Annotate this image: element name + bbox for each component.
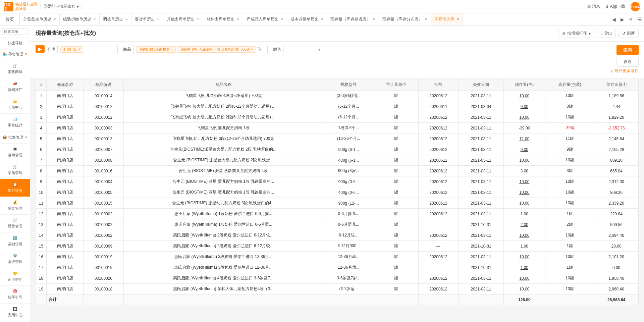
cell-qty[interactable]: 1.00 bbox=[503, 209, 545, 219]
marketing-icon: 📣 bbox=[13, 82, 17, 86]
tab-close-icon[interactable]: ✕ bbox=[237, 17, 239, 21]
tab-close-icon[interactable]: ✕ bbox=[425, 17, 427, 21]
cell-qty[interactable]: 11.00 bbox=[503, 133, 545, 144]
warehouse-tag-close[interactable]: ✕ bbox=[78, 48, 81, 51]
cell-qty[interactable]: 9.00 bbox=[503, 144, 545, 155]
sidebar-item-inventory[interactable]: 📋 库存核算 bbox=[0, 179, 30, 197]
workspace-select[interactable]: 母婴行业演示账套 ▾ bbox=[40, 3, 82, 10]
export-icon: ↓ bbox=[601, 31, 603, 36]
cell-qty[interactable]: 3.00 bbox=[503, 166, 545, 176]
product-tag-1-close[interactable]: ✕ bbox=[171, 48, 173, 51]
cell-qty[interactable]: 10.00 bbox=[503, 112, 545, 123]
sidebar-item-system[interactable]: ⚙️ 系统管理 bbox=[0, 250, 30, 268]
tab-menu-btn[interactable]: ☰ bbox=[636, 17, 644, 22]
tab-close-all-btn[interactable]: ✕ bbox=[627, 17, 635, 22]
filter-area: ▶ 仓库 南岸门店 ✕ 商品 bbox=[30, 42, 644, 79]
cell-qty[interactable]: 10.00 bbox=[503, 187, 545, 198]
sidebar-item-marketing[interactable]: 📣 营销推广 bbox=[0, 78, 30, 96]
filter-toggle-btn[interactable]: ▶ bbox=[36, 45, 45, 53]
cell-pkg-qty: 10罐 bbox=[545, 198, 594, 209]
tab-close-icon[interactable]: ✕ bbox=[53, 17, 56, 21]
tab-close-icon[interactable]: ✕ bbox=[157, 17, 160, 21]
sidebar-item-finance[interactable]: 💰 资金管理 bbox=[0, 197, 30, 215]
cell-qty[interactable]: 10.00 bbox=[503, 176, 545, 187]
cell-qty[interactable]: -39.00 bbox=[503, 123, 545, 133]
tab-item[interactable]: 材料出库单历史 ✕ bbox=[203, 13, 243, 25]
filter-row-container: ▶ 仓库 南岸门店 ✕ 商品 bbox=[36, 45, 639, 67]
cell-expire: 2021-03-11 bbox=[459, 187, 503, 198]
cell-qty[interactable]: 1.00 bbox=[503, 262, 545, 273]
sidebar-quicknav[interactable]: 快捷导航 bbox=[0, 38, 30, 48]
tab-close-icon[interactable]: ✕ bbox=[321, 17, 323, 21]
cell-batch: 20200612 bbox=[418, 176, 459, 187]
tab-item[interactable]: 其他出库单历史 ✕ bbox=[163, 13, 203, 25]
cell-warehouse: 南岸门店 bbox=[47, 273, 84, 284]
tab-prev-btn[interactable]: ◀ bbox=[610, 17, 618, 22]
color-tag-input[interactable]: ▾ bbox=[283, 46, 323, 53]
tab-item[interactable]: 成本调整单历史 ✕ bbox=[287, 13, 327, 25]
sidebar-item-apps[interactable]: 🔲 应用中心 bbox=[0, 304, 30, 321]
cell-amount: 809.20 bbox=[594, 187, 639, 198]
cell-qty[interactable]: 1.00 bbox=[503, 241, 545, 252]
cell-qty[interactable]: 2.00 bbox=[503, 219, 545, 230]
refresh-btn[interactable]: ↺ 刷新 bbox=[619, 29, 639, 38]
product-tag-2-close[interactable]: ✕ bbox=[251, 48, 254, 51]
query-btn[interactable]: 查询 bbox=[616, 45, 639, 55]
cell-qty[interactable]: 10.00 bbox=[503, 198, 545, 209]
sidebar-item-wholesale[interactable]: 📦 批发管理 ▼ bbox=[0, 131, 30, 144]
tab-close-icon[interactable]: ✕ bbox=[281, 17, 283, 21]
tab-home[interactable]: 首页 bbox=[0, 13, 20, 25]
sidebar-item-membership[interactable]: 👑 会员中心 bbox=[0, 96, 30, 114]
cell-qty[interactable]: 0.00 bbox=[503, 101, 545, 112]
cell-qty[interactable]: 10.00 bbox=[503, 155, 545, 166]
sidebar-item-guide[interactable]: 🎯 新手引导 bbox=[0, 286, 30, 304]
col-settings[interactable]: ⚙ bbox=[36, 79, 47, 91]
tab-item[interactable]: 调拨单历史 ✕ bbox=[100, 13, 131, 25]
sidebar-item-basic-info[interactable]: ℹ️ 基础信息 bbox=[0, 232, 30, 250]
cell-amount: 1,189.88 bbox=[594, 91, 639, 101]
cell-unit: 罐 bbox=[374, 123, 418, 133]
tab-item[interactable]: 组装拆卸单历史 ✕ bbox=[60, 13, 100, 25]
cell-qty[interactable]: 10.00 bbox=[503, 230, 545, 241]
tab-close-icon[interactable]: ✕ bbox=[197, 17, 200, 21]
tab-item[interactable]: 要货单历史 ✕ bbox=[131, 13, 163, 25]
sidebar-item-enterprise[interactable]: 🤝 企业协同 bbox=[0, 268, 30, 286]
messages-btn[interactable]: ✉ 消息 bbox=[587, 4, 600, 9]
sidebar-item-purchase[interactable]: 🛒 采购管理 bbox=[0, 161, 30, 179]
export-btn[interactable]: ↓ 导出 bbox=[597, 29, 616, 38]
expand-btn[interactable]: ∨ 展开更多条件 bbox=[610, 68, 639, 74]
avatar[interactable]: demo2 bbox=[631, 2, 640, 11]
cell-amount: 2,094.40 bbox=[594, 230, 639, 241]
search-input[interactable] bbox=[2, 28, 28, 35]
download-btn[interactable]: ⬇ App下载 bbox=[605, 4, 625, 9]
tab-close-icon[interactable]: ✕ bbox=[93, 17, 96, 21]
chevron-down-icon: ▾ bbox=[589, 31, 591, 36]
print-btn[interactable]: 🖨 按模板打印 ▾ bbox=[558, 29, 594, 38]
sidebar-item-retail-stats[interactable]: 📊 零售统计 bbox=[0, 114, 30, 131]
tab-item[interactable]: 现存量（库存分布表）✕ bbox=[379, 13, 431, 25]
tab-close-icon[interactable]: ✕ bbox=[125, 17, 128, 21]
sidebar-item-retail-mgmt[interactable]: 🏪 零售管理 ▼ bbox=[0, 48, 30, 60]
tab-close-icon[interactable]: ✕ bbox=[457, 17, 459, 21]
setting-btn[interactable]: 设置 bbox=[616, 57, 639, 67]
tab-close-icon[interactable]: ✕ bbox=[373, 17, 375, 21]
product-tag-input[interactable]: 飞鹤奶粉3段两提装 ✕ 飞鹤星飞帆 儿童奶粉 4段(3-6岁适用) 700克 ✕… bbox=[133, 45, 268, 54]
warehouse-tag-input[interactable]: 南岸门店 ✕ bbox=[57, 45, 118, 54]
cell-qty[interactable]: 10.00 bbox=[503, 252, 545, 262]
tab-item[interactable]: 分盘盘点单历史 ✕ bbox=[20, 13, 60, 25]
sidebar-item-ecommerce[interactable]: 💻 电商管理 bbox=[0, 144, 30, 161]
tab-next-btn[interactable]: ▶ bbox=[619, 17, 626, 22]
cell-expire: 2021-03-04 bbox=[459, 101, 503, 112]
finance-icon: 💰 bbox=[13, 200, 17, 205]
tab-item[interactable]: 产成品入库单历史 ✕ bbox=[243, 13, 287, 25]
cell-name: 合生元 (BIOSTIME) 派星较大婴儿配方奶粉 2段 乳铁蛋... bbox=[123, 155, 323, 166]
tab-item[interactable]: 现存量（库存状况表）✕ bbox=[327, 13, 379, 25]
cell-batch: 20200612 bbox=[418, 273, 459, 284]
sidebar-item-retail-shop[interactable]: 🛒 零售商城 bbox=[0, 60, 30, 78]
cell-qty[interactable]: 10.00 bbox=[503, 284, 545, 294]
gear-icon: ⚙️ bbox=[13, 254, 17, 258]
cell-qty[interactable]: 10.00 bbox=[503, 91, 545, 101]
sidebar-item-operations[interactable]: 📈 经营管理 bbox=[0, 215, 30, 232]
tab-item-active[interactable]: 库存批次账 ✕ bbox=[431, 13, 463, 25]
cell-qty[interactable]: 10.00 bbox=[503, 273, 545, 284]
